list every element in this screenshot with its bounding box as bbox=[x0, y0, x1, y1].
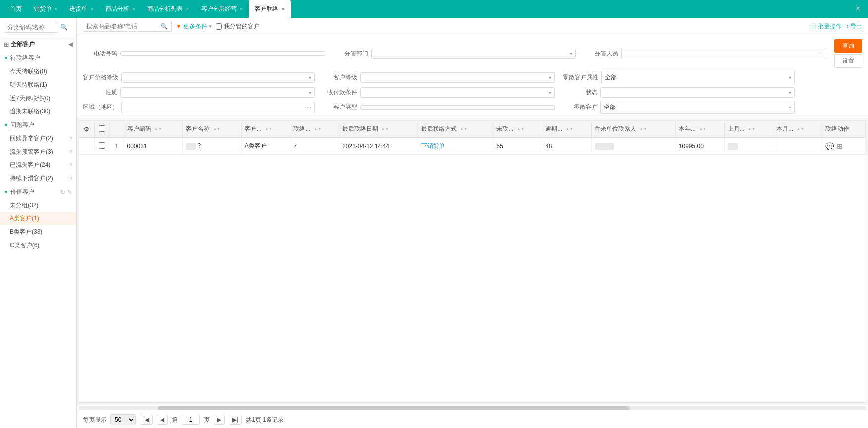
last-page-button[interactable]: ▶| bbox=[229, 415, 242, 425]
col-gear[interactable]: ⚙ bbox=[79, 121, 94, 138]
sort-this-year[interactable]: ▲▼ bbox=[699, 127, 706, 131]
col-no-contact[interactable]: 未联... ▲▼ bbox=[493, 121, 542, 138]
filter-search-input[interactable] bbox=[86, 23, 161, 30]
customer-level-input[interactable]: ▾ bbox=[360, 72, 554, 83]
payment-input[interactable]: ▾ bbox=[360, 87, 554, 98]
my-customers-check[interactable] bbox=[216, 23, 222, 30]
col-overdue[interactable]: 逾期... ▲▼ bbox=[542, 121, 592, 138]
customer-type-input[interactable] bbox=[360, 105, 554, 110]
close-tab-customer-tier[interactable]: × bbox=[240, 6, 243, 12]
sidebar-item-overdue[interactable]: 逾期未联络(30) bbox=[0, 105, 76, 118]
row-last-method[interactable]: 下销货单 bbox=[418, 138, 493, 155]
filter-payment: 收付款条件 ▾ bbox=[323, 87, 554, 98]
sort-this-month[interactable]: ▲▼ bbox=[797, 127, 805, 131]
retail-attr-input[interactable]: 全部 ▾ bbox=[601, 71, 795, 84]
batch-ops-button[interactable]: ☰ 批量操作 bbox=[811, 22, 842, 31]
sidebar-item-class-b[interactable]: B类客户(33) bbox=[0, 225, 76, 239]
sidebar-item-today[interactable]: 今天待联络(0) bbox=[0, 65, 76, 78]
nav-tab-purchase[interactable]: 进货单 × bbox=[63, 0, 99, 18]
qr-icon[interactable]: ⊞ bbox=[837, 142, 843, 150]
sidebar-item-7days[interactable]: 近7天待联络(0) bbox=[0, 92, 76, 105]
edit-group-icon[interactable]: ✎ bbox=[67, 189, 72, 196]
sidebar-item-declining[interactable]: 持续下滑客户(2) ? bbox=[0, 172, 76, 185]
nav-tab-analysis[interactable]: 商品分析 × bbox=[100, 0, 141, 18]
sidebar-group-pending[interactable]: ▼ 待联络客户 bbox=[0, 52, 76, 65]
col-code[interactable]: 客户编码 ▲▼ bbox=[124, 121, 183, 138]
close-tab-analysis-list[interactable]: × bbox=[186, 6, 189, 12]
per-page-select[interactable]: 50 100 200 bbox=[110, 414, 136, 425]
row-checkbox[interactable] bbox=[99, 142, 105, 149]
sort-unit-contact[interactable]: ▲▼ bbox=[639, 127, 647, 131]
sidebar-group-problem[interactable]: ▼ 问题客户 bbox=[0, 118, 76, 132]
col-contact[interactable]: 联络... ▲▼ bbox=[290, 121, 339, 138]
all-customers-header[interactable]: ⊞ 全部客户 ◀ bbox=[0, 37, 76, 52]
sort-name[interactable]: ▲▼ bbox=[213, 127, 220, 131]
sidebar-group-value[interactable]: ▼ 价值客户 ↻ ✎ bbox=[0, 185, 76, 199]
sort-code[interactable]: ▲▼ bbox=[154, 127, 162, 131]
close-tab-sales[interactable]: × bbox=[54, 6, 57, 12]
phone-input[interactable] bbox=[120, 51, 326, 56]
col-checkbox[interactable] bbox=[94, 121, 109, 138]
horizontal-scrollbar[interactable] bbox=[77, 405, 868, 411]
filter-search-icon[interactable]: 🔍 bbox=[161, 23, 168, 30]
col-last-contact-date[interactable]: 最后联络日期 ▲▼ bbox=[339, 121, 418, 138]
sidebar-item-tomorrow[interactable]: 明天待联络(1) bbox=[0, 78, 76, 92]
sort-no-contact[interactable]: ▲▼ bbox=[517, 127, 525, 131]
col-name[interactable]: 客户名称 ▲▼ bbox=[183, 121, 242, 138]
sidebar-search-input[interactable] bbox=[4, 22, 58, 33]
nav-tab-analysis-list[interactable]: 商品分析列表 × bbox=[141, 0, 195, 18]
sort-last-method[interactable]: ▲▼ bbox=[460, 127, 468, 131]
sort-overdue[interactable]: ▲▼ bbox=[566, 127, 574, 131]
col-last-contact-method[interactable]: 最后联络方式 ▲▼ bbox=[418, 121, 493, 138]
sort-contact[interactable]: ▲▼ bbox=[314, 127, 322, 131]
first-page-button[interactable]: |◀ bbox=[140, 415, 153, 425]
col-type[interactable]: 客户... ▲▼ bbox=[241, 121, 290, 138]
prev-page-button[interactable]: ◀ bbox=[157, 415, 168, 425]
next-page-button[interactable]: ▶ bbox=[214, 415, 225, 425]
nav-tab-customer-contact[interactable]: 客户联络 × bbox=[249, 0, 290, 18]
sidebar-search-icon[interactable]: 🔍 bbox=[60, 24, 68, 31]
sort-last-date[interactable]: ▲▼ bbox=[381, 127, 389, 131]
scrollbar-track[interactable] bbox=[79, 406, 866, 410]
sidebar-item-churned[interactable]: 已流失客户(24) ? bbox=[0, 159, 76, 172]
unit-contact-block bbox=[595, 143, 614, 150]
sort-type[interactable]: ▲▼ bbox=[265, 127, 272, 131]
message-icon[interactable]: 💬 bbox=[825, 142, 834, 150]
close-tab-purchase[interactable]: × bbox=[90, 6, 93, 12]
col-this-year[interactable]: 本年... ▲▼ bbox=[675, 121, 724, 138]
close-tab-analysis[interactable]: × bbox=[132, 6, 135, 12]
page-input[interactable] bbox=[182, 415, 200, 425]
last-method-link[interactable]: 下销货单 bbox=[421, 142, 445, 149]
more-conditions-button[interactable]: ▼ 更多条件 ▾ bbox=[176, 22, 212, 31]
refresh-icon[interactable]: ↻ bbox=[60, 189, 65, 196]
close-all-button[interactable]: × bbox=[852, 2, 864, 15]
my-customers-checkbox[interactable]: 我分管的客户 bbox=[216, 22, 260, 31]
price-level-input[interactable]: ▾ bbox=[121, 72, 315, 83]
status-input[interactable]: ▾ bbox=[600, 87, 795, 98]
sort-last-month[interactable]: ▲▼ bbox=[748, 127, 756, 131]
nav-tab-sales[interactable]: 销货单 × bbox=[28, 0, 63, 18]
person-input[interactable]: ··· bbox=[621, 48, 826, 59]
region-input[interactable]: ··· bbox=[121, 102, 315, 113]
dept-input[interactable]: ▾ bbox=[371, 49, 576, 59]
select-all-checkbox[interactable] bbox=[99, 125, 105, 132]
sidebar-item-class-c[interactable]: C类客户(6) bbox=[0, 239, 76, 252]
sidebar-item-class-a[interactable]: A类客户(1) bbox=[0, 212, 76, 225]
nature-input[interactable]: ▾ bbox=[120, 87, 315, 98]
row-code[interactable]: 000031 bbox=[124, 138, 183, 155]
close-tab-customer-contact[interactable]: × bbox=[281, 6, 284, 12]
nav-tab-home[interactable]: 首页 bbox=[4, 0, 28, 18]
query-button[interactable]: 查询 bbox=[834, 39, 862, 53]
scrollbar-thumb[interactable] bbox=[158, 406, 630, 410]
row-checkbox-cell[interactable] bbox=[94, 138, 109, 155]
sidebar-item-churn-warning[interactable]: 流失预警客户(3) ? bbox=[0, 145, 76, 159]
col-last-month[interactable]: 上月... ▲▼ bbox=[724, 121, 773, 138]
export-button[interactable]: ↑ 导出 bbox=[846, 22, 862, 31]
retail-customer-input[interactable]: 全部 ▾ bbox=[600, 101, 795, 114]
col-unit-contact[interactable]: 往来单位联系人 ▲▼ bbox=[591, 121, 675, 138]
nav-tab-customer-tier[interactable]: 客户分层经营 × bbox=[195, 0, 249, 18]
settings-button[interactable]: 设置 bbox=[834, 54, 862, 68]
sidebar-item-abnormal[interactable]: 回购异常客户(2) ? bbox=[0, 132, 76, 145]
col-this-month[interactable]: 本月... ▲▼ bbox=[773, 121, 822, 138]
sidebar-item-unclassified[interactable]: 未分组(32) bbox=[0, 199, 76, 212]
